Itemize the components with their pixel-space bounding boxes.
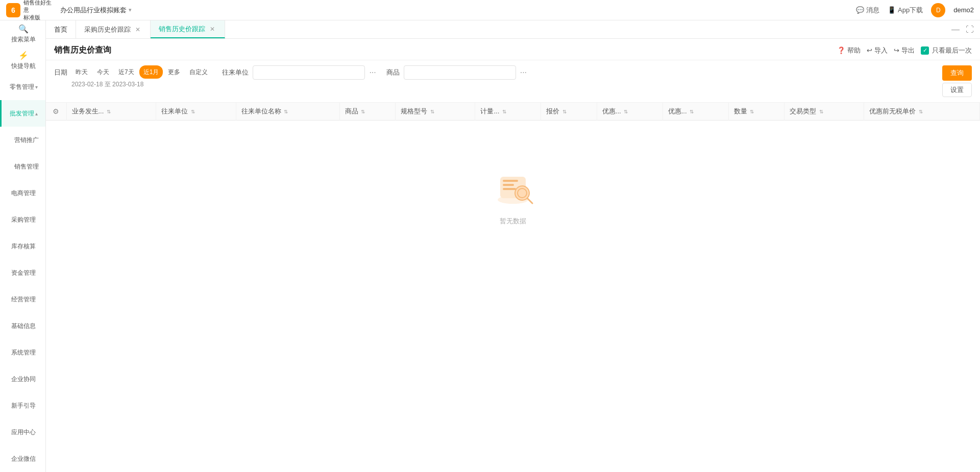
sidebar-item-wholesale[interactable]: 批发管理 ▴ (0, 100, 45, 127)
import-button[interactable]: ↩ 导入 (867, 46, 888, 55)
sidebar-item-inventory[interactable]: 库存核算 (0, 233, 45, 259)
date-label: 日期 (54, 65, 67, 80)
page-header-actions: ❓ 帮助 ↩ 导入 ↪ 导出 ✓ 只看最后一次 (837, 46, 972, 55)
sidebar-item-nav[interactable]: ⚡ 快捷导航 (0, 47, 45, 74)
sidebar-item-system[interactable]: 系统管理 (0, 339, 45, 366)
search-button[interactable]: 查询 (942, 65, 972, 81)
tab-close-sales[interactable]: ✕ (208, 25, 216, 33)
tab-purchase-history[interactable]: 采购历史价跟踪 ✕ (76, 20, 151, 38)
user-avatar[interactable]: D (931, 3, 945, 17)
partner-input[interactable] (253, 65, 365, 80)
empty-state: 暂无数据 (46, 121, 980, 267)
sidebar-item-management[interactable]: 经营管理 (0, 286, 45, 313)
col-quote[interactable]: 报价 ⇅ (541, 103, 597, 121)
filter-search-col: 查询 设置 (942, 65, 972, 97)
svg-rect-4 (503, 188, 516, 190)
col-quantity[interactable]: 数量 ⇅ (728, 103, 784, 121)
col-partner-name[interactable]: 往来单位名称 ⇅ (236, 103, 339, 121)
download-action[interactable]: 📱 App下载 (888, 6, 923, 15)
help-button[interactable]: ❓ 帮助 (837, 46, 861, 55)
partner-expand-icon[interactable]: ··· (369, 68, 376, 77)
table-wrapper: ⚙ 业务发生... ⇅ 往来单位 ⇅ 往来单位名称 (46, 103, 980, 267)
search-icon: 🔍 (18, 24, 29, 34)
sidebar-item-ecommerce[interactable]: 电商管理 (0, 180, 45, 206)
page-header: 销售历史价查询 ❓ 帮助 ↩ 导入 ↪ 导出 ✓ (46, 39, 980, 60)
sidebar-item-basic-info[interactable]: 基础信息 (0, 313, 45, 339)
top-bar: 6 销售佳好生意 标准版 办公用品行业模拟账套 ▾ 💬 消息 📱 App下载 D… (0, 0, 980, 20)
col-settings[interactable]: ⚙ (46, 103, 66, 121)
svg-rect-2 (503, 180, 518, 182)
wholesale-row: 批发管理 ▴ (10, 109, 38, 118)
export-icon: ↪ (894, 46, 899, 54)
col-pre-tax-price[interactable]: 优惠前无税单价 ⇅ (864, 103, 980, 121)
sidebar-item-finance[interactable]: 资金管理 (0, 259, 45, 286)
chevron-up-icon: ▴ (35, 111, 38, 116)
svg-line-6 (527, 198, 532, 203)
sidebar-item-sales[interactable]: 销售管理 (0, 153, 45, 180)
sort-icon: ⇅ (361, 109, 365, 114)
sidebar-item-collab[interactable]: 企业协同 (0, 366, 45, 392)
col-discount1[interactable]: 优惠... ⇅ (597, 103, 663, 121)
only-latest-checkbox[interactable]: ✓ (921, 46, 929, 55)
sidebar: 🔍 搜索菜单 ⚡ 快捷导航 零售管理 ▾ 批发管理 ▴ 营销推广 销售管理 电商… (0, 20, 46, 472)
tab-sales-history[interactable]: 销售历史价跟踪 ✕ (151, 20, 225, 38)
message-action[interactable]: 💬 消息 (856, 6, 879, 15)
settings-icon[interactable]: ⚙ (53, 107, 59, 115)
username-label[interactable]: demo2 (953, 6, 974, 14)
page-content: 销售历史价查询 ❓ 帮助 ↩ 导入 ↪ 导出 ✓ (46, 39, 980, 472)
tab-minimize-icon[interactable]: — (949, 23, 962, 36)
export-button[interactable]: ↪ 导出 (894, 46, 915, 55)
date-btn-yesterday[interactable]: 昨天 (71, 65, 92, 79)
col-unit[interactable]: 计量... ⇅ (475, 103, 541, 121)
workspace-selector[interactable]: 办公用品行业模拟账套 ▾ (56, 4, 136, 17)
filter-area: 日期 昨天 今天 近7天 近1月 更多 自定义 2023-02-18 至 202… (46, 60, 980, 103)
date-btn-custom[interactable]: 自定义 (185, 65, 212, 79)
date-btn-7days[interactable]: 近7天 (114, 65, 138, 79)
sort-icon: ⇅ (284, 109, 288, 114)
col-spec[interactable]: 规格型号 ⇅ (396, 103, 475, 121)
settings-button[interactable]: 设置 (942, 83, 972, 97)
sort-icon: ⇅ (430, 109, 434, 114)
col-business-date[interactable]: 业务发生... ⇅ (66, 103, 156, 121)
date-btn-today[interactable]: 今天 (93, 65, 113, 79)
partner-label: 往来单位 (222, 65, 249, 80)
top-bar-right: 💬 消息 📱 App下载 D demo2 (856, 3, 974, 17)
only-latest-toggle[interactable]: ✓ 只看最后一次 (921, 46, 972, 55)
goods-expand-icon[interactable]: ··· (520, 68, 527, 77)
logo-icon: 6 (6, 3, 20, 17)
page-title: 销售历史价查询 (54, 45, 111, 56)
chevron-down-icon: ▾ (35, 84, 38, 90)
sidebar-item-search[interactable]: 🔍 搜索菜单 (0, 20, 45, 47)
data-table: ⚙ 业务发生... ⇅ 往来单位 ⇅ 往来单位名称 (46, 103, 980, 121)
date-btn-more[interactable]: 更多 (164, 65, 184, 79)
sidebar-item-app[interactable]: 应用中心 (0, 419, 45, 445)
date-btn-1month[interactable]: 近1月 (139, 65, 163, 79)
col-goods[interactable]: 商品 ⇅ (339, 103, 395, 121)
sort-icon: ⇅ (690, 109, 694, 114)
sort-icon: ⇅ (502, 109, 506, 114)
empty-icon (487, 161, 538, 213)
col-partner-code[interactable]: 往来单位 ⇅ (156, 103, 236, 121)
tab-home[interactable]: 首页 (46, 20, 76, 38)
import-icon: ↩ (867, 46, 872, 54)
goods-input[interactable] (404, 65, 516, 80)
top-bar-left: 6 销售佳好生意 标准版 办公用品行业模拟账套 ▾ (6, 0, 136, 21)
tab-bar: 首页 采购历史价跟踪 ✕ 销售历史价跟踪 ✕ — ⛶ (46, 20, 980, 39)
chevron-down-icon: ▾ (129, 7, 132, 13)
sidebar-item-retail[interactable]: 零售管理 ▾ (0, 74, 45, 100)
date-range-text: 2023-02-18 至 2023-03-18 (71, 80, 212, 89)
sidebar-item-marketing[interactable]: 营销推广 (0, 127, 45, 153)
message-icon: 💬 (856, 6, 864, 14)
sort-icon: ⇅ (750, 109, 754, 114)
avatar-initial: D (936, 7, 941, 14)
col-trade-type[interactable]: 交易类型 ⇅ (785, 103, 864, 121)
sidebar-item-wechat[interactable]: 企业微信 (0, 445, 45, 472)
tab-close-purchase[interactable]: ✕ (134, 26, 142, 34)
sidebar-item-guide[interactable]: 新手引导 (0, 392, 45, 419)
tab-maximize-icon[interactable]: ⛶ (964, 23, 976, 36)
sidebar-item-purchase[interactable]: 采购管理 (0, 206, 45, 233)
sort-icon: ⇅ (191, 109, 195, 114)
empty-text: 暂无数据 (500, 217, 526, 226)
content-area: 首页 采购历史价跟踪 ✕ 销售历史价跟踪 ✕ — ⛶ 销售历史价查询 (46, 20, 980, 472)
col-discount2[interactable]: 优惠... ⇅ (663, 103, 728, 121)
